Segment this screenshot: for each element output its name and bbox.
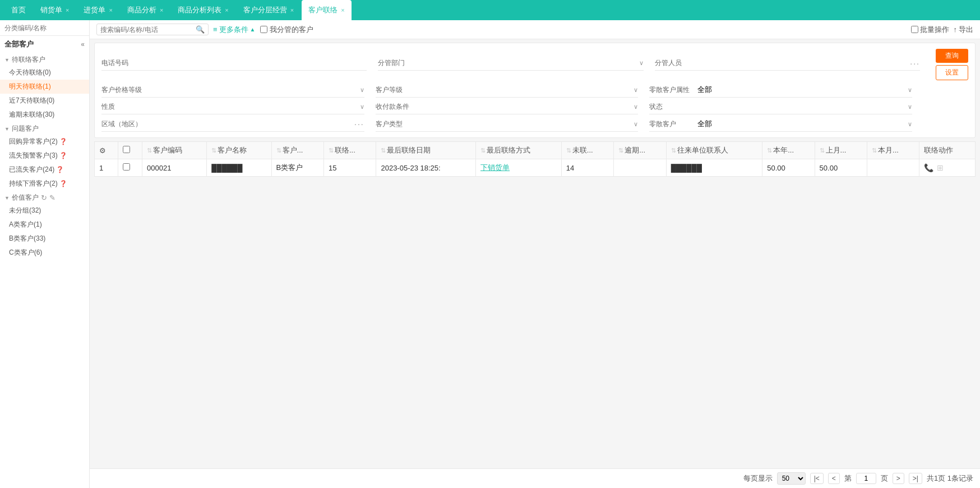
close-icon[interactable]: × (109, 7, 112, 13)
sidebar-item-overdue-pending[interactable]: 逾期未联络(30) (0, 108, 89, 122)
nav-product-analysis-list[interactable]: 商品分析列表 × (171, 0, 235, 20)
nav-product-analysis[interactable]: 商品分析 × (121, 0, 170, 20)
phone-input[interactable] (150, 59, 367, 67)
filter-cell-department: 分管部门 ∨ (378, 58, 643, 71)
col-settings[interactable]: ⚙ (95, 142, 118, 159)
payment-dropdown[interactable]: ∨ (424, 103, 639, 111)
sidebar-item-class-b[interactable]: B类客户(33) (0, 232, 89, 246)
settings-button[interactable]: 设置 (936, 65, 968, 80)
edit-icon[interactable]: ✎ (49, 194, 56, 202)
first-page-btn[interactable]: |< (810, 473, 824, 484)
row-last-contact-date: 2023-05-23 18:25: (376, 159, 476, 177)
manager-dots-btn[interactable]: ··· (910, 59, 920, 68)
price-level-dropdown[interactable]: ∨ (150, 86, 364, 94)
filter-cell-manager: 分管人员 ··· (655, 58, 920, 71)
sidebar-item-today-pending[interactable]: 今天待联络(0) (0, 66, 89, 80)
row-action: 📞 ⊞ (919, 159, 976, 177)
row-type: B类客户 (271, 159, 323, 177)
sidebar-item-declining[interactable]: 持续下滑客户(2) ❓ (0, 177, 89, 191)
close-icon[interactable]: × (290, 7, 294, 13)
filter-bar: 🔍 ≡ 更多条件 ▲ 我分管的客户 批量操作 ↑ 导出 (90, 20, 980, 39)
per-page-select[interactable]: 50 100 200 (777, 472, 806, 485)
nav-purchase-order[interactable]: 进货单 × (77, 0, 119, 20)
sidebar-search-area: 🔍 (0, 20, 89, 36)
chevron-down-icon: ∨ (639, 59, 644, 67)
sidebar-item-churn-warning[interactable]: 流失预警客户(3) ❓ (0, 149, 89, 163)
chevron-down-icon: ∨ (360, 86, 364, 94)
retail-attr-dropdown[interactable]: 全部 ∨ (697, 85, 912, 95)
more-conditions-btn[interactable]: ≡ 更多条件 ▲ (213, 25, 256, 35)
table-area: ⚙ ⇅客户编码 ⇅客户名称 ⇅客户... ⇅联络... ⇅最后联络日期 ⇅最后联… (90, 138, 980, 468)
top-nav: 首页 销货单 × 进货单 × 商品分析 × 商品分析列表 × 客户分层经营 × … (0, 0, 980, 20)
chevron-down-icon: ∨ (908, 86, 912, 94)
col-this-month: ⇅本月... (867, 142, 919, 159)
col-uncontacted: ⇅未联... (561, 142, 613, 159)
region-dots-btn[interactable]: ··· (354, 119, 364, 128)
sidebar-item-class-c[interactable]: C类客户(6) (0, 246, 89, 260)
collapse-icon: « (81, 40, 85, 48)
col-overdue: ⇅逾期... (614, 142, 666, 159)
row-checkbox[interactable] (118, 159, 142, 177)
row-check[interactable] (123, 163, 130, 171)
department-dropdown[interactable]: ∨ (426, 59, 643, 67)
last-page-btn[interactable]: >| (909, 473, 922, 484)
close-icon[interactable]: × (341, 7, 344, 13)
next-page-btn[interactable]: > (893, 473, 904, 484)
sidebar-item-class-a[interactable]: A类客户(1) (0, 218, 89, 232)
sidebar-item-ungrouped[interactable]: 未分组(32) (0, 204, 89, 218)
filter-cell-payment: 收付款条件 ∨ (376, 102, 639, 114)
close-icon[interactable]: × (225, 7, 228, 13)
search-box: 🔍 (96, 24, 209, 35)
sidebar-group-problem-customers: 问题客户 (0, 122, 89, 135)
export-btn[interactable]: ↑ 导出 (954, 25, 974, 35)
nav-customer-tier[interactable]: 客户分层经营 × (237, 0, 301, 20)
customer-level-dropdown[interactable]: ∨ (424, 86, 639, 94)
status-dropdown[interactable]: ∨ (697, 103, 912, 111)
close-icon[interactable]: × (66, 7, 69, 13)
sidebar-all-customers[interactable]: 全部客户 « (0, 36, 89, 53)
refresh-icon[interactable]: ↻ (41, 194, 47, 202)
row-last-month: 50.00 (815, 159, 867, 177)
help-icon: ❓ (59, 138, 67, 145)
sidebar-item-churned[interactable]: 已流失客户(24) ❓ (0, 163, 89, 177)
grid-action-icon[interactable]: ⊞ (937, 163, 944, 172)
nature-dropdown[interactable]: ∨ (150, 103, 364, 111)
chevron-down-icon: ∨ (360, 103, 364, 111)
search-icon[interactable]: 🔍 (196, 25, 205, 34)
nav-home[interactable]: 首页 (4, 0, 33, 20)
batch-operation-btn[interactable]: 批量操作 (911, 25, 949, 35)
row-last-contact-method[interactable]: 下销货单 (476, 159, 562, 177)
row-name[interactable]: ██████ (207, 159, 271, 177)
col-last-month: ⇅上月... (815, 142, 867, 159)
select-all-checkbox[interactable] (123, 146, 130, 153)
my-customers-check[interactable] (260, 26, 267, 33)
phone-action-icon[interactable]: 📞 (924, 163, 933, 172)
batch-check[interactable] (911, 26, 918, 33)
sidebar-search-input[interactable] (4, 24, 89, 32)
sidebar-item-7days-pending[interactable]: 近7天待联络(0) (0, 94, 89, 108)
close-icon[interactable]: × (160, 7, 163, 13)
sidebar-item-tomorrow-pending[interactable]: 明天待联络(1) (0, 80, 89, 94)
prev-page-btn[interactable]: < (828, 473, 840, 484)
nav-customer-contact[interactable]: 客户联络 × (302, 0, 351, 20)
row-num: 1 (95, 159, 118, 177)
row-this-month (867, 159, 919, 177)
page-input[interactable] (856, 473, 876, 484)
nav-sales-order[interactable]: 销货单 × (34, 0, 76, 20)
sidebar-item-repurchase-abnormal[interactable]: 回购异常客户(2) ❓ (0, 135, 89, 149)
row-contact-person: ██████ (666, 159, 762, 177)
page-label: 第 (844, 473, 852, 484)
my-customers-checkbox[interactable]: 我分管的客户 (260, 25, 313, 35)
col-contact-person: ⇅往来单位联系人 (666, 142, 762, 159)
col-checkbox[interactable] (118, 142, 142, 159)
filter-row-3: 性质 ∨ 收付款条件 ∨ 状态 (101, 102, 968, 114)
retail-customer-dropdown[interactable]: 全部 ∨ (697, 119, 912, 129)
query-button[interactable]: 查询 (936, 49, 968, 63)
search-input[interactable] (100, 26, 193, 34)
filter-cell-nature: 性质 ∨ (101, 102, 364, 114)
filter-right-actions: 批量操作 ↑ 导出 (911, 25, 974, 35)
total-records: 共1页 1条记录 (927, 473, 973, 484)
col-action: 联络动作 (919, 142, 976, 159)
help-icon: ❓ (56, 166, 64, 173)
customer-type-dropdown[interactable]: ∨ (424, 121, 639, 128)
